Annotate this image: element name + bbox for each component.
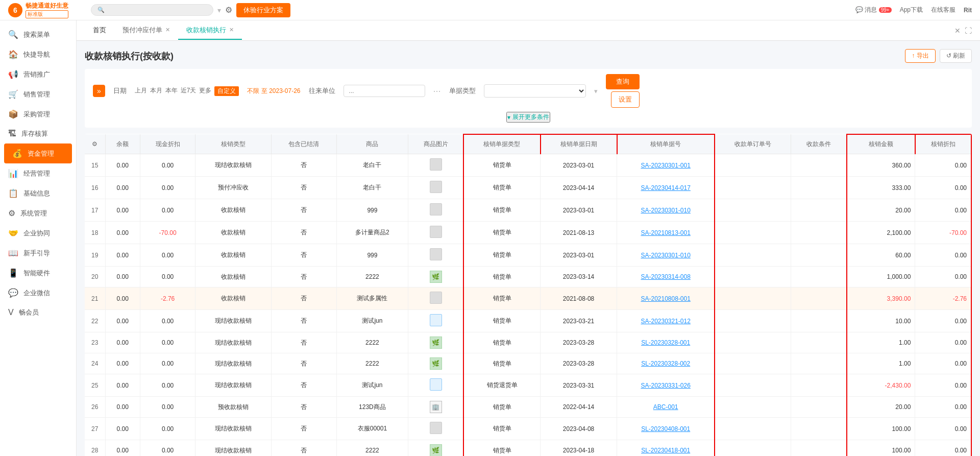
balance: 0.00 (105, 418, 140, 440)
sidebar-item-search-menu[interactable]: 🔍 搜索菜单 (0, 25, 76, 44)
sidebar-item-wechat[interactable]: 💬 企业微信 (0, 283, 76, 303)
verify-bill-no: SL-20230418-001 (617, 440, 715, 457)
verify-bill-date: 2021-08-08 (541, 287, 617, 310)
sidebar-label-member: 畅会员 (19, 308, 39, 317)
refresh-btn[interactable]: ↺ 刷新 (940, 49, 972, 63)
product-name: 测试多属性 (337, 287, 408, 310)
filter-expand-btn[interactable]: » (93, 85, 105, 97)
sidebar-item-marketing[interactable]: 📢 营销推广 (0, 64, 76, 84)
sidebar-item-business[interactable]: 📊 经营管理 (0, 163, 76, 183)
sidebar-item-sales[interactable]: 🛒 销售管理 (0, 84, 76, 104)
bill-type-label: 单据类型 (449, 86, 476, 95)
online-service-btn[interactable]: 在线客服 (931, 6, 955, 14)
verify-bill-date: 2023-03-31 (541, 374, 617, 397)
verify-bill-no-link[interactable]: SA-20210808-001 (641, 295, 690, 302)
table-row: 150.000.00现结收款核销否老白干销货单2023-03-01SA-2023… (85, 154, 971, 177)
receipt-condition (791, 154, 847, 177)
verify-bill-no-link[interactable]: SA-20210813-001 (641, 229, 690, 236)
verify-bill-no-link[interactable]: SL-20230408-001 (641, 425, 690, 433)
sidebar-label-quick-nav: 快捷导航 (23, 50, 50, 59)
cash-discount: 0.00 (140, 199, 195, 222)
product-image: 🌿 (408, 332, 463, 353)
verify-bill-no-link[interactable]: SA-20230314-008 (641, 273, 690, 280)
message-btn[interactable]: 💬 消息 99+ (855, 6, 892, 14)
verify-bill-no-link[interactable]: SA-20230301-010 (641, 207, 690, 214)
close-window-btn[interactable]: ✕ (954, 27, 961, 35)
tabs-right-controls: ✕ ⛶ (954, 27, 972, 35)
verify-discount: 0.00 (915, 244, 971, 267)
sidebar-label-finance: 资金管理 (28, 149, 54, 158)
query-btn[interactable]: 查询 (606, 74, 640, 89)
date-last-month[interactable]: 上月 (135, 86, 147, 96)
expand-more-btn[interactable]: ▾ 展开更多条件 (506, 112, 550, 123)
sidebar-item-enterprise[interactable]: 🤝 企业协同 (0, 223, 76, 243)
date-this-month[interactable]: 本月 (150, 86, 162, 96)
app-download-btn[interactable]: App下载 (900, 6, 923, 14)
product-image (408, 310, 463, 332)
verify-amount: 333.00 (847, 177, 915, 199)
tab-receipt-verify[interactable]: 收款核销执行 ✕ (178, 21, 242, 40)
filter-bar: » 日期 上月 本月 本年 近7天 更多 自定义 不限 至 2023-07-26… (85, 69, 972, 128)
tab-home[interactable]: 首页 (85, 21, 114, 40)
table-row: 200.000.00收款核销否2222🌿销货单2023-03-14SA-2023… (85, 267, 971, 287)
verify-bill-no-link[interactable]: SA-20230301-001 (641, 162, 690, 169)
sidebar-item-guide[interactable]: 📖 新手引导 (0, 243, 76, 263)
receipt-order-no (715, 287, 791, 310)
receipt-condition (791, 267, 847, 287)
sales-icon: 🛒 (8, 89, 18, 99)
date-more[interactable]: 更多 (199, 86, 211, 96)
receipt-order-no (715, 397, 791, 418)
verify-bill-no-link[interactable]: SA-20230414-017 (641, 184, 690, 191)
verify-bill-no-link[interactable]: SL-20230328-001 (641, 339, 690, 346)
verify-bill-no-link[interactable]: SL-20230418-001 (641, 447, 690, 454)
verify-bill-no: SL-20230328-001 (617, 332, 715, 353)
tab-prepay-close[interactable]: ✕ (165, 27, 170, 33)
smart-hw-icon: 📱 (8, 268, 18, 278)
receipt-order-no (715, 267, 791, 287)
sidebar-item-system[interactable]: ⚙ 系统管理 (0, 203, 76, 223)
verify-bill-no-link[interactable]: SL-20230328-002 (641, 360, 690, 367)
expand-window-btn[interactable]: ⛶ (965, 27, 972, 35)
solution-btn[interactable]: 休验行业方案 (236, 3, 290, 17)
receipt-condition (791, 177, 847, 199)
filter-settings-btn[interactable]: 设置 (611, 91, 640, 108)
verify-amount: 1,000.00 (847, 267, 915, 287)
verify-type: 现结收款核销 (195, 332, 271, 353)
balance: 0.00 (105, 310, 140, 332)
tab-receipt-verify-close[interactable]: ✕ (229, 27, 234, 33)
sidebar-item-smart-hw[interactable]: 📱 智能硬件 (0, 263, 76, 283)
sidebar-item-quick-nav[interactable]: 🏠 快捷导航 (0, 44, 76, 64)
row-num: 28 (85, 440, 105, 457)
date-7days[interactable]: 近7天 (181, 86, 197, 96)
verify-bill-no-link[interactable]: SA-20230331-026 (641, 382, 690, 389)
th-verify-discount: 核销折扣 (915, 134, 971, 154)
th-gear[interactable]: ⚙ (85, 134, 105, 154)
date-this-year[interactable]: 本年 (165, 86, 178, 96)
home-icon: 🏠 (8, 50, 18, 59)
sidebar-item-member[interactable]: V 畅会员 (0, 303, 76, 322)
receipt-order-no (715, 310, 791, 332)
verify-discount: 0.00 (915, 397, 971, 418)
sidebar-item-base-info[interactable]: 📋 基础信息 (0, 183, 76, 203)
export-btn[interactable]: ↑ 导出 (905, 49, 935, 63)
receipt-order-no (715, 418, 791, 440)
verify-bill-no-link[interactable]: SA-20230321-012 (641, 318, 690, 325)
wechat-icon: 💬 (8, 288, 18, 298)
included-settled: 否 (271, 353, 336, 374)
date-custom[interactable]: 自定义 (214, 86, 239, 96)
sidebar-item-inventory[interactable]: 🏗 库存核算 (0, 124, 76, 143)
verify-bill-no-link[interactable]: SA-20230301-010 (641, 252, 690, 259)
bill-type-select[interactable] (484, 84, 586, 98)
receipt-order-no (715, 353, 791, 374)
balance: 0.00 (105, 397, 140, 418)
sidebar-item-finance[interactable]: 💰 资金管理 (4, 143, 72, 163)
settings-gear-btn[interactable]: ⚙ (225, 5, 232, 15)
tab-prepay[interactable]: 预付冲应付单 ✕ (114, 21, 178, 40)
verify-discount: -2.76 (915, 287, 971, 310)
verify-amount: 20.00 (847, 199, 915, 222)
verify-bill-type: 销货单 (463, 177, 540, 199)
verify-bill-no-link[interactable]: ABC-001 (653, 403, 678, 411)
from-unit-input[interactable] (344, 85, 425, 97)
verify-bill-type: 销货单 (463, 287, 540, 310)
sidebar-item-purchase[interactable]: 📦 采购管理 (0, 104, 76, 124)
